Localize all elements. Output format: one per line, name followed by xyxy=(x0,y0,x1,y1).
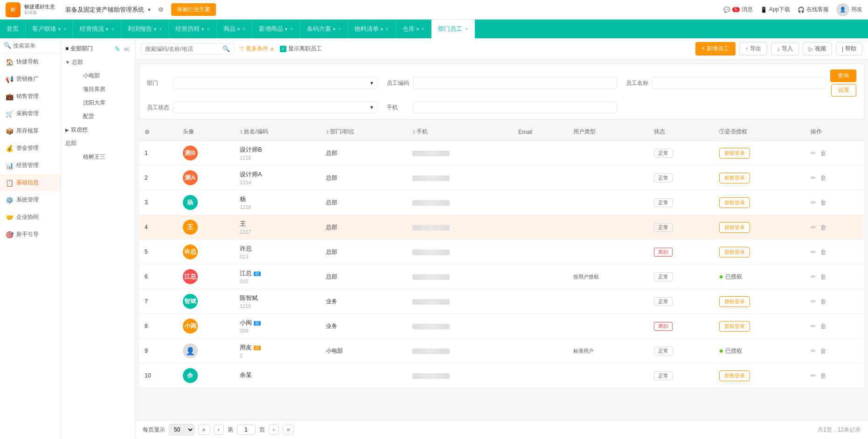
add-employee-btn[interactable]: + 新增员工 xyxy=(695,42,736,56)
dept-item-small-electronics[interactable]: 小电部 xyxy=(74,69,135,83)
filter-phone-input[interactable] xyxy=(413,101,617,113)
sidebar-item-collaboration[interactable]: 🤝 企业协同 xyxy=(0,209,60,226)
delete-icon[interactable]: 🗑 xyxy=(820,273,826,280)
delete-icon[interactable]: 🗑 xyxy=(820,149,826,157)
filter-empcode-input[interactable] xyxy=(413,77,617,89)
delete-icon[interactable]: 🗑 xyxy=(820,174,826,181)
delete-icon[interactable]: 🗑 xyxy=(820,347,826,355)
sidebar-item-operations[interactable]: 📊 经营管理 xyxy=(0,157,60,174)
last-page-btn[interactable]: » xyxy=(283,425,294,435)
sidebar-item-inventory[interactable]: 📦 库存核算 xyxy=(0,122,60,139)
delete-icon[interactable]: 🗑 xyxy=(820,199,826,206)
edit-icon[interactable]: ✏ xyxy=(811,298,816,305)
filter-status-select[interactable]: ▾ xyxy=(173,101,377,113)
sidebar-item-system[interactable]: ⚙️ 系统管理 xyxy=(0,191,60,209)
more-conditions-btn[interactable]: ▽ 更多条件 ∧ xyxy=(240,45,274,53)
dept-collapse-icon[interactable]: ≪ xyxy=(123,45,130,53)
sidebar-item-marketing[interactable]: 📢 营销推广 xyxy=(0,70,60,88)
edit-icon[interactable]: ✏ xyxy=(811,273,816,280)
view-btn[interactable]: ▷ 视频 xyxy=(803,42,832,56)
tab-goods[interactable]: 商品 ▾ × xyxy=(217,20,252,38)
tab-warehouse-close[interactable]: × xyxy=(422,26,424,32)
export-btn[interactable]: ↑ 导出 xyxy=(739,42,767,56)
next-page-btn[interactable]: › xyxy=(269,425,279,435)
settings-icon[interactable]: ⚙ xyxy=(158,6,164,13)
import-btn[interactable]: ↓ 导入 xyxy=(771,42,799,56)
set-btn[interactable]: 设置 xyxy=(831,84,856,97)
edit-icon[interactable]: ✏ xyxy=(811,149,816,157)
employee-search-input[interactable] xyxy=(145,46,220,52)
tab-barcode[interactable]: 条码方案 ▾ × xyxy=(300,20,348,38)
tab-profit[interactable]: 利润报告 ▾ × xyxy=(121,20,169,38)
query-btn[interactable]: 查询 xyxy=(830,70,856,82)
prev-page-btn[interactable]: ‹ xyxy=(214,425,224,435)
delete-icon[interactable]: 🗑 xyxy=(820,322,826,330)
tab-history[interactable]: 经营历程 ▾ × xyxy=(169,20,216,38)
experience-btn[interactable]: 体验行业方案 xyxy=(171,3,216,16)
delete-icon[interactable]: 🗑 xyxy=(820,248,826,256)
tab-warehouse[interactable]: 仓库 ▾ × xyxy=(396,20,431,38)
tab-add-goods[interactable]: 新增商品 ▾ × xyxy=(252,20,300,38)
dept-item-hq[interactable]: 总部 xyxy=(61,137,135,150)
filter-empname-input[interactable] xyxy=(652,77,826,89)
show-resigned-toggle[interactable]: ✓ 显示离职员工 xyxy=(280,45,322,53)
delete-icon[interactable]: 🗑 xyxy=(820,223,826,231)
tab-bom[interactable]: 物料清单 ▾ × xyxy=(348,20,396,38)
dept-item-headquarters-root[interactable]: ▼总部 xyxy=(61,56,135,69)
dept-item-distribution[interactable]: 配货 xyxy=(74,110,135,123)
edit-icon[interactable]: ✏ xyxy=(811,223,816,231)
tab-bom-close[interactable]: × xyxy=(386,26,389,32)
help-btn[interactable]: | 帮助 xyxy=(836,42,862,56)
authorize-btn[interactable]: 授权登录 xyxy=(719,173,750,183)
edit-icon[interactable]: ✏ xyxy=(811,248,816,256)
tab-history-close[interactable]: × xyxy=(207,26,209,32)
delete-icon[interactable]: 🗑 xyxy=(820,372,826,379)
per-page-select[interactable]: 50 20 100 xyxy=(169,424,194,435)
sidebar-item-finance[interactable]: 💰 资金管理 xyxy=(0,139,60,157)
tab-barcode-close[interactable]: × xyxy=(338,26,341,32)
sidebar-search-input[interactable] xyxy=(13,42,61,49)
authorize-btn[interactable]: 授权登录 xyxy=(719,296,750,307)
authorize-btn[interactable]: 授权登录 xyxy=(719,247,750,258)
user-menu[interactable]: 👤 用友 xyxy=(836,3,862,16)
tab-customer-close[interactable]: × xyxy=(63,26,66,32)
sidebar-item-navigation[interactable]: 🏠 快捷导航 xyxy=(0,53,60,70)
tab-employees[interactable]: 部门员工 × xyxy=(431,20,475,38)
tab-employees-close[interactable]: × xyxy=(465,26,468,32)
tab-home[interactable]: 首页 xyxy=(0,20,26,38)
edit-icon[interactable]: ✏ xyxy=(811,199,816,206)
first-page-btn[interactable]: « xyxy=(198,425,210,435)
authorize-btn[interactable]: 授权登录 xyxy=(719,197,750,208)
search-icon[interactable]: 🔍 xyxy=(222,45,230,52)
tab-customer[interactable]: 客户联络 ▾ × xyxy=(26,20,73,38)
sidebar-item-purchase[interactable]: 🛒 采购管理 xyxy=(0,105,60,122)
edit-icon[interactable]: ✏ xyxy=(811,174,816,181)
tab-operation[interactable]: 经营情况 ▾ × xyxy=(73,20,121,38)
authorize-btn[interactable]: 授权登录 xyxy=(719,321,750,332)
tab-profit-close[interactable]: × xyxy=(159,26,162,32)
sidebar-item-sales[interactable]: 💼 销售管理 xyxy=(0,88,60,105)
authorize-btn[interactable]: 授权登录 xyxy=(719,370,750,381)
dept-item-project-warehouse[interactable]: 项目库房 xyxy=(74,83,135,96)
delete-icon[interactable]: 🗑 xyxy=(820,298,826,305)
message-btn[interactable]: 💬 5 消息 xyxy=(723,6,753,14)
edit-icon[interactable]: ✏ xyxy=(811,372,816,379)
system-dropdown-btn[interactable]: ▾ xyxy=(148,7,151,13)
authorize-btn[interactable]: 授权登录 xyxy=(719,222,750,233)
dept-item-shenyang[interactable]: 沈阳大库 xyxy=(74,96,135,110)
filter-dept-select[interactable]: ▾ xyxy=(173,77,377,89)
sidebar-item-basic-info[interactable]: 📋 基础信息 xyxy=(0,174,60,191)
online-service-btn[interactable]: 🎧 在线客服 xyxy=(798,6,829,14)
sidebar-item-guide[interactable]: 🎯 新手引导 xyxy=(0,226,60,243)
tab-add-goods-close[interactable]: × xyxy=(290,26,293,32)
edit-icon[interactable]: ✏ xyxy=(811,322,816,330)
app-download-btn[interactable]: 📱 App下载 xyxy=(760,6,790,14)
authorize-btn[interactable]: 授权登录 xyxy=(719,148,750,159)
dept-item-plant-king[interactable]: 植树王三 xyxy=(74,150,135,164)
tab-operation-close[interactable]: × xyxy=(111,26,114,32)
page-input[interactable] xyxy=(237,425,256,435)
tab-goods-close[interactable]: × xyxy=(243,26,245,32)
dept-item-double[interactable]: ▶双虑想 xyxy=(61,123,135,137)
dept-edit-icon[interactable]: ✎ xyxy=(115,45,120,53)
edit-icon[interactable]: ✏ xyxy=(811,347,816,355)
